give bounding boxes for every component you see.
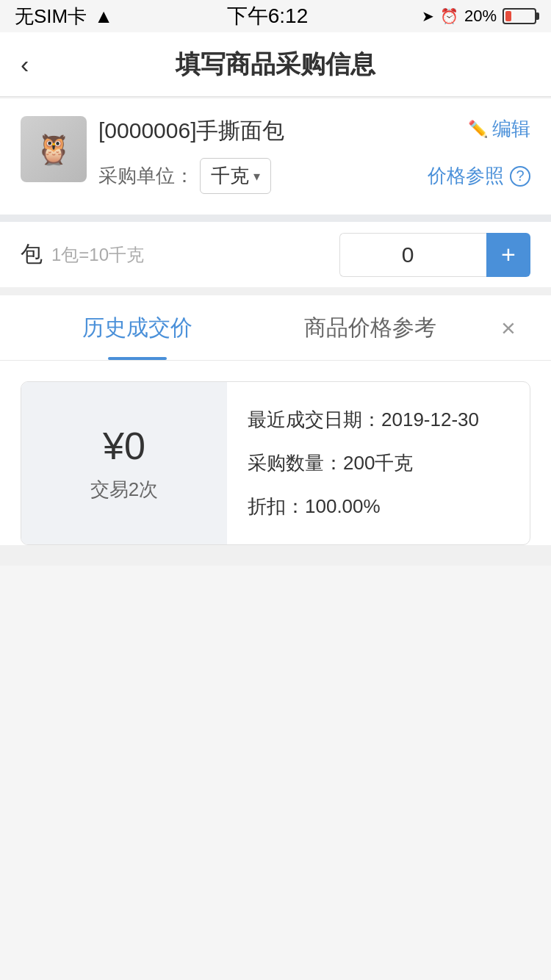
battery-icon [503, 8, 536, 24]
discount-label: 折扣： [248, 495, 305, 517]
purchase-quantity-row: 采购数量：200千克 [248, 449, 509, 478]
price-ref-label: 价格参照 [428, 163, 504, 189]
price-trades: 交易2次 [90, 477, 158, 502]
quantity-plus-button[interactable]: + [486, 233, 530, 277]
unit-value: 千克 [211, 163, 249, 189]
purchase-quantity-label: 采购数量： [248, 452, 343, 474]
purchase-quantity-value: 200千克 [343, 452, 413, 474]
edit-label: 编辑 [492, 116, 530, 142]
quantity-row: 包 1包=10千克 + [0, 222, 551, 288]
edit-icon: ✏️ [468, 120, 488, 139]
currency-symbol: ¥ [103, 425, 124, 467]
price-amount: ¥0 [103, 424, 145, 468]
price-value: 0 [124, 425, 145, 467]
product-name: [0000006]手撕面包 [98, 116, 284, 146]
carrier-text: 无SIM卡 [15, 4, 87, 29]
tab-price-reference[interactable]: 商品价格参考 [253, 295, 486, 360]
product-image: 🦉 [21, 116, 87, 182]
recent-date-row: 最近成交日期：2019-12-30 [248, 406, 509, 434]
quantity-hint: 1包=10千克 [51, 243, 144, 267]
location-icon: ➤ [422, 7, 434, 25]
product-info-top: [0000006]手撕面包 ✏️ 编辑 [98, 116, 530, 146]
unit-section: 采购单位： 千克 ▾ [98, 158, 271, 194]
unit-selector[interactable]: 千克 ▾ [200, 158, 271, 194]
section-divider [0, 215, 551, 222]
quantity-input[interactable] [339, 233, 486, 277]
nav-bar: ‹ 填写商品采购信息 [0, 32, 551, 97]
status-right: ➤ ⏰ 20% [422, 7, 536, 26]
quantity-controls: + [339, 233, 530, 277]
recent-date-value: 2019-12-30 [381, 408, 479, 430]
tab-history-price[interactable]: 历史成交价 [21, 295, 253, 360]
price-ref-icon: ? [510, 166, 530, 187]
tabs-close-button[interactable]: × [486, 306, 530, 350]
product-info: [0000006]手撕面包 ✏️ 编辑 采购单位： 千克 ▾ 价格参照 ? [98, 116, 530, 194]
product-header: 🦉 [0000006]手撕面包 ✏️ 编辑 采购单位： 千克 ▾ [21, 116, 530, 194]
status-time: 下午6:12 [227, 2, 309, 30]
discount-row: 折扣：100.00% [248, 492, 509, 521]
tabs-panel: 历史成交价 商品价格参考 × ¥0 交易2次 最近成交日期：2019-12-30… [0, 295, 551, 545]
wifi-icon: ▲ [94, 5, 113, 28]
price-card-left: ¥0 交易2次 [21, 382, 227, 544]
product-unit-row: 采购单位： 千克 ▾ 价格参照 ? [98, 158, 530, 194]
discount-value: 100.00% [305, 495, 381, 517]
edit-button[interactable]: ✏️ 编辑 [468, 116, 530, 142]
page-title: 填写商品采购信息 [176, 48, 375, 82]
product-card: 🦉 [0000006]手撕面包 ✏️ 编辑 采购单位： 千克 ▾ [0, 98, 551, 215]
main-content [0, 566, 551, 980]
status-bar: 无SIM卡 ▲ 下午6:12 ➤ ⏰ 20% [0, 0, 551, 32]
product-thumbnail: 🦉 [35, 132, 72, 167]
back-button[interactable]: ‹ [21, 50, 29, 79]
status-left: 无SIM卡 ▲ [15, 4, 113, 29]
price-card: ¥0 交易2次 最近成交日期：2019-12-30 采购数量：200千克 折扣：… [21, 381, 530, 545]
price-card-right: 最近成交日期：2019-12-30 采购数量：200千克 折扣：100.00% [227, 382, 530, 544]
quantity-unit-label: 包 [21, 239, 43, 270]
recent-date-label: 最近成交日期： [248, 408, 381, 430]
battery-percent: 20% [464, 7, 497, 26]
quantity-left: 包 1包=10千克 [21, 239, 144, 270]
unit-dropdown-arrow: ▾ [253, 168, 260, 184]
unit-label: 采购单位： [98, 163, 194, 189]
price-reference-button[interactable]: 价格参照 ? [428, 163, 530, 189]
alarm-icon: ⏰ [440, 7, 458, 25]
tabs-header: 历史成交价 商品价格参考 × [0, 295, 551, 361]
